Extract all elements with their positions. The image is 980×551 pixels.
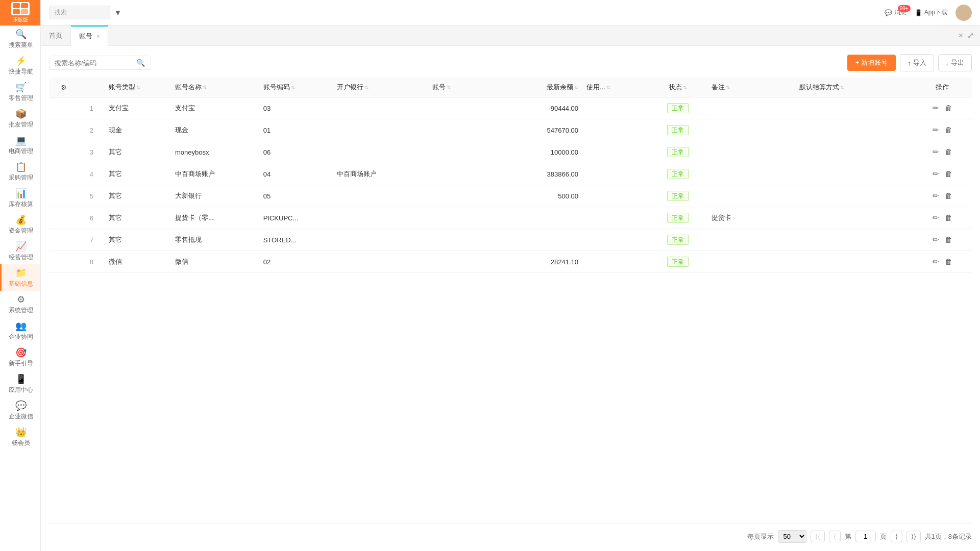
prev-page-button[interactable]: ⟨ bbox=[829, 531, 841, 542]
sidebar-item-finance[interactable]: 💰 资金管理 bbox=[0, 211, 40, 238]
delete-button[interactable]: 🗑 bbox=[943, 146, 954, 157]
svg-rect-0 bbox=[13, 3, 20, 8]
user-avatar[interactable] bbox=[955, 5, 972, 21]
total-label: 共1页，8条记录 bbox=[925, 532, 972, 541]
export-button[interactable]: ↓ 导出 bbox=[938, 54, 972, 71]
row-gear bbox=[49, 163, 79, 185]
table-row: 4 其它 中百商场账户 04 中百商场账户 383866.00 正常 ✏ 🗑 bbox=[49, 163, 972, 185]
row-usage bbox=[582, 163, 649, 185]
edit-button[interactable]: ✏ bbox=[930, 234, 941, 245]
new-account-button[interactable]: + 新增账号 bbox=[847, 55, 896, 71]
row-action: ✏ 🗑 bbox=[913, 185, 972, 207]
delete-button[interactable]: 🗑 bbox=[943, 256, 954, 267]
page-input[interactable] bbox=[855, 531, 876, 542]
toolbar: 🔍 + 新增账号 ↑ 导入 ↓ 导出 bbox=[49, 54, 972, 71]
th-name[interactable]: 账号名称⇅ bbox=[171, 78, 259, 97]
sidebar-item-quick-nav[interactable]: ⚡ 快捷导航 bbox=[0, 52, 40, 79]
th-note[interactable]: 备注⇅ bbox=[707, 78, 796, 97]
delete-button[interactable]: 🗑 bbox=[943, 212, 954, 223]
content-area: 🔍 + 新增账号 ↑ 导入 ↓ 导出 bbox=[41, 46, 980, 551]
sidebar-item-inventory[interactable]: 📊 库存核算 bbox=[0, 185, 40, 211]
edit-button[interactable]: ✏ bbox=[930, 190, 941, 202]
last-page-button[interactable]: ⟩⟩ bbox=[906, 531, 921, 542]
edit-button[interactable]: ✏ bbox=[930, 146, 941, 158]
delete-button[interactable]: 🗑 bbox=[943, 168, 954, 179]
row-num: 1 bbox=[79, 97, 105, 119]
th-bank[interactable]: 开户银行⇅ bbox=[333, 78, 428, 97]
row-num: 5 bbox=[79, 185, 105, 207]
retail-icon: 🛒 bbox=[15, 82, 27, 93]
row-balance: 28241.10 bbox=[502, 251, 582, 273]
next-page-button[interactable]: ⟩ bbox=[891, 531, 902, 542]
th-type[interactable]: 账号类型⇅ bbox=[105, 78, 171, 97]
row-payment bbox=[795, 141, 913, 163]
sidebar-item-operation[interactable]: 📈 经营管理 bbox=[0, 238, 40, 264]
sidebar-item-wholesale[interactable]: 📦 批发管理 bbox=[0, 105, 40, 132]
row-type: 现金 bbox=[105, 119, 171, 141]
row-code: 05 bbox=[259, 185, 333, 207]
th-account[interactable]: 账号⇅ bbox=[428, 78, 502, 97]
delete-button[interactable]: 🗑 bbox=[943, 103, 954, 113]
table-row: 1 支付宝 支付宝 03 -90444.00 正常 ✏ 🗑 bbox=[49, 97, 972, 119]
sidebar-item-system[interactable]: ⚙ 系统管理 bbox=[0, 291, 40, 317]
tab-account[interactable]: 账号 × bbox=[71, 26, 108, 46]
enterprise-wechat-icon: 💬 bbox=[15, 400, 27, 411]
sidebar-item-enterprise-wechat[interactable]: 💬 企业微信 bbox=[0, 397, 40, 423]
row-usage bbox=[582, 251, 649, 273]
th-code[interactable]: 账号编码⇅ bbox=[259, 78, 333, 97]
edit-button[interactable]: ✏ bbox=[930, 256, 941, 267]
th-payment[interactable]: 默认结算方式⇅ bbox=[795, 78, 913, 97]
th-settings[interactable]: ⚙ bbox=[49, 78, 79, 97]
tab-fullscreen-icon[interactable]: ⤢ bbox=[967, 31, 974, 40]
sidebar-item-label: 应用中心 bbox=[9, 386, 33, 394]
row-balance bbox=[502, 207, 582, 229]
delete-button[interactable]: 🗑 bbox=[943, 234, 954, 245]
import-button[interactable]: ↑ 导入 bbox=[900, 54, 934, 71]
search-box[interactable]: 🔍 bbox=[49, 56, 151, 70]
sidebar-item-app-center[interactable]: 📱 应用中心 bbox=[0, 370, 40, 397]
sidebar-item-collaboration[interactable]: 👥 企业协同 bbox=[0, 317, 40, 344]
row-type: 其它 bbox=[105, 207, 171, 229]
delete-button[interactable]: 🗑 bbox=[943, 124, 954, 135]
edit-button[interactable]: ✏ bbox=[930, 103, 941, 114]
th-balance[interactable]: 最新余额⇅ bbox=[502, 78, 582, 97]
sidebar-item-purchase[interactable]: 📋 采购管理 bbox=[0, 158, 40, 185]
th-action: 操作 bbox=[913, 78, 972, 97]
search-input[interactable] bbox=[55, 59, 136, 67]
row-status: 正常 bbox=[649, 141, 707, 163]
page-size-select[interactable]: 50 10 20 100 bbox=[778, 530, 806, 543]
edit-button[interactable]: ✏ bbox=[930, 124, 941, 136]
sidebar-item-guide[interactable]: 🎯 新手引导 bbox=[0, 344, 40, 370]
tab-close-icon[interactable]: × bbox=[96, 33, 100, 39]
tab-home[interactable]: 首页 bbox=[41, 26, 71, 46]
delete-button[interactable]: 🗑 bbox=[943, 190, 954, 201]
row-usage bbox=[582, 141, 649, 163]
th-status[interactable]: 状态⇅ bbox=[649, 78, 707, 97]
row-num: 2 bbox=[79, 119, 105, 141]
row-name: moneybosx bbox=[171, 141, 259, 163]
tab-close-window-icon[interactable]: × bbox=[959, 31, 963, 40]
th-usage[interactable]: 使用...⇅ bbox=[582, 78, 649, 97]
dropdown-button[interactable]: ▼ bbox=[114, 9, 121, 17]
status-badge: 正常 bbox=[667, 257, 689, 267]
app-download-button[interactable]: 📱 App下载 bbox=[915, 8, 947, 17]
edit-button[interactable]: ✏ bbox=[930, 212, 941, 223]
sidebar-item-member[interactable]: 👑 畅会员 bbox=[0, 423, 40, 450]
sidebar-item-retail[interactable]: 🛒 零售管理 bbox=[0, 79, 40, 105]
top-search-input[interactable]: 搜索 bbox=[49, 6, 110, 19]
sidebar-item-basic-info[interactable]: 📁 基础信息 bbox=[0, 264, 40, 291]
top-search-placeholder: 搜索 bbox=[55, 9, 67, 16]
sidebar-item-label: 库存核算 bbox=[9, 200, 33, 209]
row-note bbox=[707, 163, 796, 185]
message-button[interactable]: 💬 消息 99+ bbox=[885, 8, 906, 17]
sidebar-item-ecommerce[interactable]: 💻 电商管理 bbox=[0, 132, 40, 158]
row-gear bbox=[49, 229, 79, 251]
row-payment bbox=[795, 185, 913, 207]
finance-icon: 💰 bbox=[15, 214, 27, 226]
sidebar-item-search[interactable]: 🔍 搜索菜单 bbox=[0, 26, 40, 52]
first-page-button[interactable]: ⟨⟨ bbox=[811, 531, 825, 542]
sidebar-item-label: 企业微信 bbox=[9, 412, 33, 421]
edit-button[interactable]: ✏ bbox=[930, 168, 941, 180]
row-name: 现金 bbox=[171, 119, 259, 141]
export-icon: ↓ bbox=[946, 59, 949, 67]
